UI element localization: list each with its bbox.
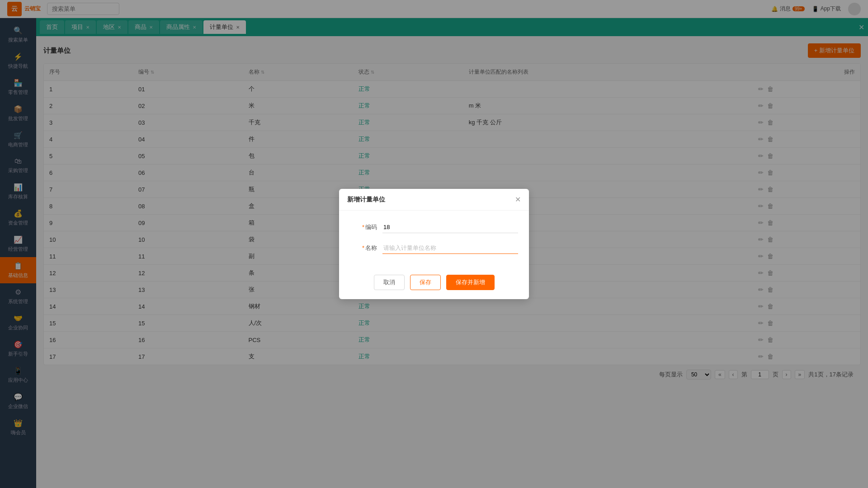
modal-overlay[interactable]: 新增计量单位 ✕ *编码 *名称 取消 保存 保存并新增 xyxy=(0,0,868,488)
modal-close-button[interactable]: ✕ xyxy=(515,195,521,204)
required-mark: * xyxy=(362,224,364,230)
required-mark: * xyxy=(362,244,364,251)
save-button[interactable]: 保存 xyxy=(410,275,441,290)
modal-footer: 取消 保存 保存并新增 xyxy=(339,270,529,299)
modal-title: 新增计量单位 xyxy=(347,196,385,204)
save-add-button[interactable]: 保存并新增 xyxy=(446,275,495,290)
code-input[interactable] xyxy=(382,221,518,233)
add-unit-modal: 新增计量单位 ✕ *编码 *名称 取消 保存 保存并新增 xyxy=(339,189,529,299)
name-input[interactable] xyxy=(382,242,518,254)
modal-body: *编码 *名称 xyxy=(339,211,529,270)
name-label: *名称 xyxy=(350,244,377,252)
form-row-name: *名称 xyxy=(350,242,518,254)
code-label: *编码 xyxy=(350,223,377,231)
modal-header: 新增计量单位 ✕ xyxy=(339,189,529,211)
form-row-code: *编码 xyxy=(350,221,518,233)
cancel-button[interactable]: 取消 xyxy=(374,275,405,290)
